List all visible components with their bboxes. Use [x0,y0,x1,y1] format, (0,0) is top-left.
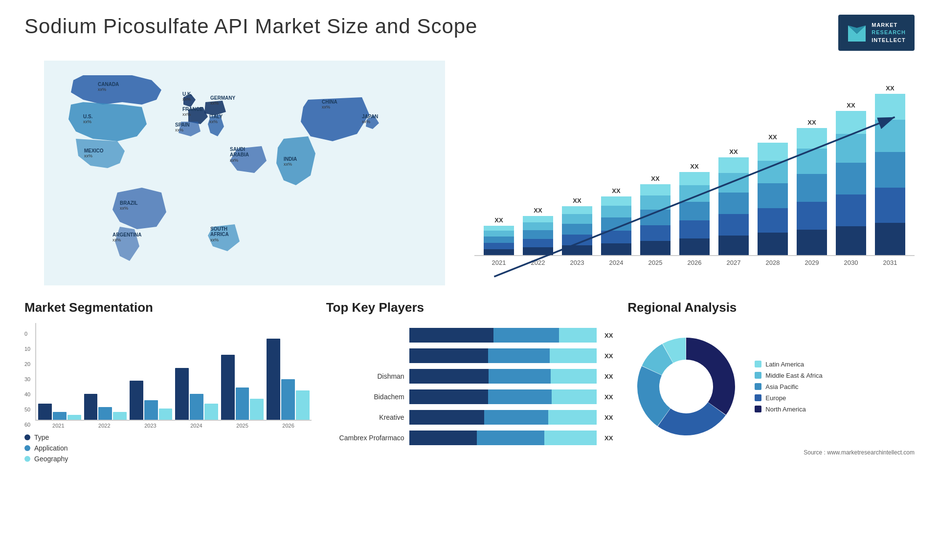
bar-label-top: XX [886,85,894,92]
source-text: Source : www.marketresearchintellect.com [627,449,915,456]
bar-segment-3 [797,174,827,202]
bar-segment-1 [758,233,788,255]
bar-group-2026: XX [679,163,710,255]
svg-text:BRAZIL: BRAZIL [120,200,138,206]
chart-x-label-2022: 2022 [518,259,558,266]
chart-x-label-2027: 2027 [714,259,753,266]
seg-bar-application [190,394,203,420]
legend-geography: Geography [24,455,312,463]
player-bar-seg-2 [544,431,597,445]
svg-text:xx%: xx% [84,153,92,158]
player-bar-seg-1 [488,348,550,363]
legend-type-dot [24,434,30,440]
player-name: Cambrex Profarmaco [326,434,404,442]
regional-legend-label: Middle East & Africa [765,372,822,379]
svg-text:U.K.: U.K. [182,91,192,97]
chart-x-label-2021: 2021 [479,259,518,266]
bar-segment-1 [640,241,671,255]
seg-bar-type [84,394,98,420]
bar-segment-3 [523,230,553,239]
svg-text:xx%: xx% [98,87,106,92]
legend-application: Application [24,444,312,452]
regional-legend-label: Latin America [765,361,804,368]
seg-bar-geography [250,399,264,420]
player-xx-label: XX [604,332,613,339]
svg-text:xx%: xx% [120,206,128,211]
svg-text:ARABIA: ARABIA [230,152,249,157]
bar-label-top: XX [768,133,777,141]
bar-group-2030: XX [836,102,866,255]
bar-segment-2 [484,243,514,249]
bar-segment-1 [797,230,827,255]
bar-segment-2 [679,220,710,238]
player-bar-seg-0 [409,369,489,384]
regional-legend-item: Asia Pacific [755,383,822,390]
map-section: CANADA xx% U.S. xx% MEXICO xx% BRAZIL xx… [24,61,465,285]
world-map: CANADA xx% U.S. xx% MEXICO xx% BRAZIL xx… [24,61,465,285]
svg-text:xx%: xx% [182,97,191,102]
stacked-bar [758,143,788,255]
bar-segment-5 [679,172,710,185]
player-bar-container [409,389,597,404]
svg-text:xx%: xx% [210,237,219,242]
player-bar-seg-0 [409,389,489,404]
bar-segment-2 [718,214,749,236]
bar-segment-4 [836,134,866,163]
legend-application-label: Application [34,444,68,452]
stacked-bar [836,111,866,255]
svg-text:AFRICA: AFRICA [210,232,229,237]
svg-text:SPAIN: SPAIN [175,122,190,128]
player-bar-stacked [409,348,597,363]
player-bar-seg-2 [550,348,597,363]
svg-text:INDIA: INDIA [284,156,297,162]
bar-segment-2 [836,194,866,226]
seg-x-labels: 2021 2022 2023 2024 2025 2026 [35,423,311,429]
player-bar-container [409,328,597,343]
page: Sodium Picosulfate API Market Size and S… [0,0,939,560]
stacked-bar [523,216,553,255]
bar-segment-1 [836,226,866,255]
segmentation-section: Market Segmentation 60 50 40 30 20 10 0 … [24,300,312,466]
bar-segment-2 [875,188,905,223]
player-xx-label: XX [604,352,613,360]
player-bar-seg-0 [409,410,484,425]
player-bar-seg-2 [559,328,597,343]
bar-segment-2 [797,202,827,230]
player-xx-label: XX [604,414,613,421]
legend-geography-dot [24,456,30,462]
bar-segment-5 [875,94,905,120]
seg-bar-application [281,379,295,420]
player-bar-seg-0 [409,431,477,445]
svg-text:xx%: xx% [210,101,219,106]
seg-bar-application [53,412,67,420]
player-xx-label: XX [604,393,613,401]
player-bar-container [409,410,597,425]
bar-segment-4 [875,120,905,152]
regional-legend-item: Middle East & Africa [755,372,822,379]
player-bar-stacked [409,389,597,404]
regional-legend-label: Europe [765,394,786,402]
segmentation-title: Market Segmentation [24,300,312,315]
donut-chart [627,328,745,445]
player-bar-seg-1 [488,389,551,404]
players-chart: XXXXDishmanXXBidachemXXKreativeXXCambrex… [326,328,613,451]
bar-segment-4 [797,149,827,174]
bar-segment-3 [836,163,866,194]
logo-area: MARKET RESEARCH INTELLECT [838,15,915,51]
bar-segment-3 [601,217,631,230]
logo-text: MARKET RESEARCH INTELLECT [872,22,906,44]
seg-bar-application [144,400,158,420]
bar-segment-1 [679,238,710,255]
svg-text:CANADA: CANADA [98,82,119,87]
bar-segment-4 [679,185,710,202]
svg-text:xx%: xx% [322,105,330,109]
bar-group-2024: XX [601,187,631,255]
svg-text:U.S.: U.S. [83,114,93,119]
bar-label-top: XX [494,216,503,224]
bar-segment-3 [875,152,905,188]
seg-bar-group-0 [38,404,81,420]
stacked-bar [484,226,514,255]
player-bar-container [409,369,597,384]
seg-bar-group-5 [267,339,309,420]
regional-title: Regional Analysis [627,300,915,315]
